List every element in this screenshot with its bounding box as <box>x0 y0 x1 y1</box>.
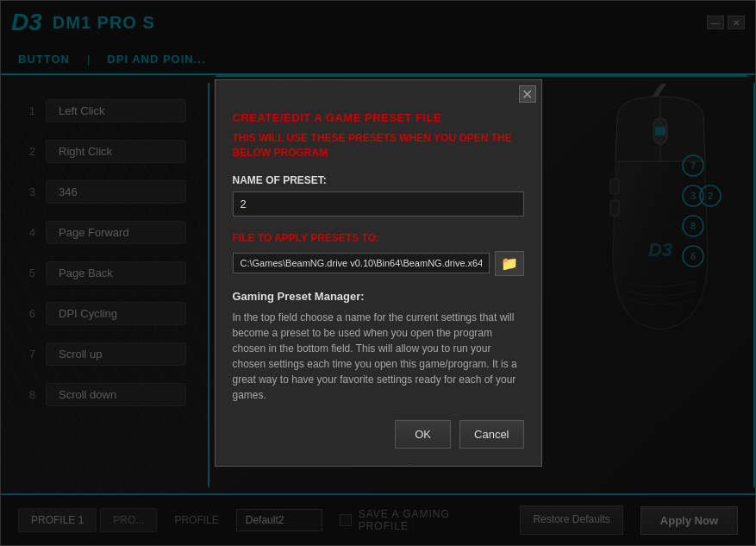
modal-header: ✕ <box>216 80 541 103</box>
file-field-label: FILE TO APPLY PRESETS TO: <box>233 232 524 244</box>
modal-title: CREATE/EDIT A GAME PRESET FILE <box>233 111 524 124</box>
gaming-preset-description: In the top field choose a name for the c… <box>233 310 524 403</box>
ok-button[interactable]: OK <box>395 420 451 449</box>
gaming-preset-title: Gaming Preset Manager: <box>233 290 524 303</box>
file-path-input[interactable] <box>233 253 490 273</box>
modal-overlay: ✕ CREATE/EDIT A GAME PRESET FILE THIS WI… <box>1 1 755 545</box>
cancel-button[interactable]: Cancel <box>459 420 523 449</box>
app-window: D3 DM1 PRO S — ✕ BUTTON | DPI AND POIN..… <box>0 0 756 546</box>
modal-body: CREATE/EDIT A GAME PRESET FILE THIS WILL… <box>216 103 541 403</box>
modal-close-button[interactable]: ✕ <box>519 85 536 103</box>
browse-button[interactable]: 📁 <box>495 251 524 276</box>
modal-subtitle: THIS WILL USE THESE PRESETS WHEN YOU OPE… <box>233 131 524 160</box>
file-input-row: 📁 <box>233 251 524 276</box>
modal-footer: OK Cancel <box>216 420 541 449</box>
preset-name-input[interactable] <box>233 191 524 217</box>
name-field-label: NAME OF PRESET: <box>233 174 524 186</box>
preset-modal: ✕ CREATE/EDIT A GAME PRESET FILE THIS WI… <box>215 79 542 467</box>
